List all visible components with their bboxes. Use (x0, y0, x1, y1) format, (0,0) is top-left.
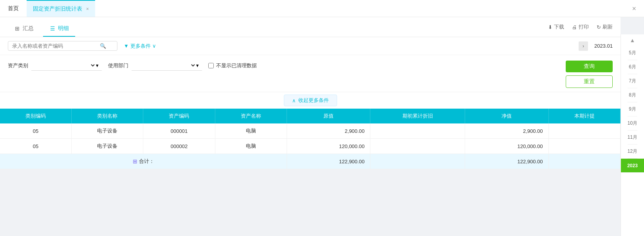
sidebar-month-item[interactable]: 5月 (628, 46, 637, 60)
department-label: 使用部门 (108, 62, 128, 69)
table-wrapper: 类别编码 类别名称 资产编码 资产名称 原值 期初累计折旧 净值 本期计提 05… (0, 109, 621, 236)
tab-bar: ⊞ 汇总 ☰ 明细 (0, 17, 540, 37)
download-label: 下载 (554, 23, 564, 30)
td-asset-code: 000002 (143, 139, 215, 154)
more-filter-button[interactable]: ▼ 更多条件 ∨ (124, 43, 156, 50)
search-input[interactable] (12, 43, 98, 49)
department-group: 使用部门 ▾ (108, 61, 202, 71)
sidebar-year-badge[interactable]: 2023 (621, 159, 644, 173)
refresh-label: 刷新 (603, 23, 613, 30)
more-filter-label: 更多条件 (130, 43, 151, 50)
sidebar-month-item[interactable]: 7月 (628, 74, 637, 88)
sidebar-month-item[interactable]: 12月 (628, 145, 637, 159)
asset-category-select[interactable] (34, 62, 96, 69)
chevron-down-icon: ∨ (152, 43, 156, 49)
tab-close-icon[interactable]: × (86, 6, 89, 12)
window-close-button[interactable]: × (632, 4, 636, 13)
th-current-period: 本期计提 (548, 109, 620, 123)
th-category-code: 类别编码 (0, 109, 71, 123)
tab-title: 固定资产折旧统计表 (33, 5, 82, 13)
date-prev-arrow[interactable]: › (579, 41, 588, 51)
hide-cleared-group: 不显示已清理数据 (208, 62, 257, 69)
table-header-row: 类别编码 类别名称 资产编码 资产名称 原值 期初累计折旧 净值 本期计提 (0, 109, 621, 123)
tab-summary-label: 汇总 (23, 25, 34, 32)
department-select[interactable] (135, 62, 196, 69)
sidebar-month-item[interactable]: 11月 (628, 131, 637, 145)
search-bar: 🔍 ▼ 更多条件 ∨ › 2023.01 (0, 37, 621, 55)
th-net-value: 净值 (465, 109, 548, 123)
th-category-name: 类别名称 (71, 109, 143, 123)
th-asset-name: 资产名称 (215, 109, 287, 123)
content-area: ⊞ 汇总 ☰ 明细 ⬇ 下载 🖨 打印 ↻ 刷 (0, 17, 644, 236)
td-original-value: 120,000.00 (287, 139, 370, 154)
tab-detail-label: 明细 (58, 25, 69, 32)
th-acc-depreciation: 期初累计折旧 (370, 109, 465, 123)
td-acc-depreciation (370, 123, 465, 139)
th-original-value: 原值 (287, 109, 370, 123)
hide-cleared-label: 不显示已清理数据 (216, 62, 257, 69)
detail-icon: ☰ (49, 25, 56, 32)
print-label: 打印 (579, 23, 589, 30)
reset-button[interactable]: 重置 (566, 75, 613, 88)
td-current-period (548, 139, 620, 154)
sidebar-month-item[interactable]: 6月 (628, 60, 637, 74)
search-icon: 🔍 (100, 43, 106, 49)
collapse-label: 收起更多条件 (298, 97, 329, 104)
filter-icon: ▼ (124, 43, 129, 49)
summary-icon: ⊞ (14, 25, 20, 32)
refresh-icon: ↻ (597, 24, 601, 30)
tab-summary[interactable]: ⊞ 汇总 (8, 21, 40, 37)
query-button[interactable]: 查询 (566, 61, 613, 72)
sidebar-up-arrow[interactable]: ▲ (621, 34, 644, 46)
sidebar-month-item[interactable]: 10月 (628, 116, 637, 131)
td-total-current-period (548, 154, 620, 169)
td-net-value: 120,000.00 (465, 139, 548, 154)
collapse-button[interactable]: ∧ 收起更多条件 (284, 95, 337, 106)
print-button[interactable]: 🖨 打印 (572, 23, 589, 30)
sidebar-month-item[interactable]: 9月 (628, 102, 637, 116)
filter-area: 资产类别 ▾ 使用部门 ▾ (0, 55, 621, 92)
total-row: ⊞ 合计： 122,900.00 122,900.00 (0, 154, 621, 169)
total-text: 合计： (139, 158, 154, 165)
td-current-period (548, 123, 620, 139)
right-sidebar: ▲ 5月6月7月8月9月10月11月12月 2023 (621, 34, 644, 236)
th-asset-code: 资产编码 (143, 109, 215, 123)
dept-dropdown-icon: ▾ (196, 63, 199, 68)
total-icon: ⊞ (133, 158, 137, 164)
toolbar: ⬇ 下载 🖨 打印 ↻ 刷新 (540, 17, 621, 37)
filter-row: 资产类别 ▾ 使用部门 ▾ (8, 61, 559, 71)
td-category-code: 05 (0, 139, 71, 154)
collapse-icon: ∧ (292, 98, 296, 104)
search-input-wrapper[interactable]: 🔍 (8, 41, 117, 51)
top-nav: 首页 固定资产折旧统计表 × × (0, 0, 644, 17)
table-row: 05 电子设备 000002 电脑 120,000.00 120,000.00 (0, 139, 621, 154)
td-net-value: 2,900.00 (465, 123, 548, 139)
table-row: 05 电子设备 000001 电脑 2,900.00 2,900.00 (0, 123, 621, 139)
sidebar-month-item[interactable]: 8月 (628, 88, 637, 102)
td-asset-name: 电脑 (215, 123, 287, 139)
active-tab[interactable]: 固定资产折旧统计表 × (27, 0, 95, 17)
refresh-button[interactable]: ↻ 刷新 (597, 23, 613, 30)
download-icon: ⬇ (548, 24, 552, 30)
asset-category-group: 资产类别 ▾ (8, 61, 102, 71)
td-total-net-value: 122,900.00 (465, 154, 548, 169)
td-category-code: 05 (0, 123, 71, 139)
department-select-wrapper[interactable]: ▾ (132, 61, 202, 71)
print-icon: 🖨 (572, 24, 577, 30)
td-total-original-value: 122,900.00 (287, 154, 370, 169)
td-asset-name: 电脑 (215, 139, 287, 154)
filter-buttons: 查询 重置 (566, 61, 613, 88)
home-link[interactable]: 首页 (0, 0, 27, 17)
td-total-acc-depreciation (370, 154, 465, 169)
asset-category-select-wrapper[interactable]: ▾ (31, 61, 102, 71)
asset-table: 类别编码 类别名称 资产编码 资产名称 原值 期初累计折旧 净值 本期计提 05… (0, 109, 621, 169)
asset-category-label: 资产类别 (8, 62, 28, 69)
tab-detail[interactable]: ☰ 明细 (43, 21, 75, 37)
td-category-name: 电子设备 (71, 139, 143, 154)
hide-cleared-checkbox[interactable] (208, 63, 214, 68)
date-display: 2023.01 (594, 43, 613, 49)
td-asset-code: 000001 (143, 123, 215, 139)
td-category-name: 电子设备 (71, 123, 143, 139)
download-button[interactable]: ⬇ 下载 (548, 23, 564, 30)
collapse-bar: ∧ 收起更多条件 (0, 92, 621, 109)
